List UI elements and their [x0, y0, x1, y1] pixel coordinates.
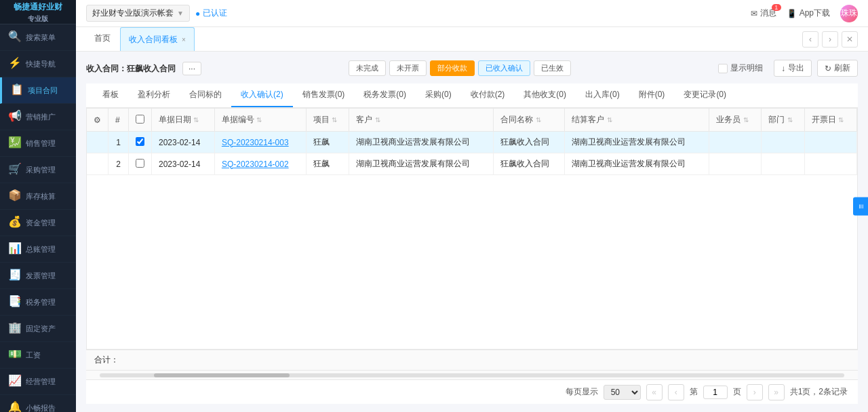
sidebar-item-marketing[interactable]: 📢 营销推广 — [0, 104, 76, 130]
inner-tab-attachments[interactable]: 附件(0) — [629, 83, 675, 107]
cell-settlement-0: 湖南卫视商业运营发展有限公司 — [565, 132, 709, 153]
inner-tab-subject[interactable]: 合同标的 — [180, 83, 231, 107]
th-project[interactable]: 项目 ⇅ — [306, 109, 349, 132]
app-version: 专业版 — [28, 14, 48, 24]
inner-tab-other[interactable]: 其他收支(0) — [514, 83, 576, 107]
sidebar-item-ledger[interactable]: 📊 总账管理 — [0, 236, 76, 263]
th-contract[interactable]: 合同名称 ⇅ — [494, 109, 565, 132]
th-date[interactable]: 单据日期 ⇅ — [152, 109, 215, 132]
refresh-button[interactable]: ↻ 刷新 — [817, 60, 858, 77]
sidebar-item-report[interactable]: 🔔 小畅报告 — [0, 395, 76, 412]
th-open-date[interactable]: 开票日 ⇅ — [804, 109, 856, 132]
status-confirmed-button[interactable]: 已收入确认 — [478, 60, 530, 76]
department-sort-icon: ⇅ — [787, 116, 793, 124]
scrollbar-thumb[interactable] — [154, 373, 290, 377]
sidebar-item-assets[interactable]: 🏢 固定资产 — [0, 316, 76, 342]
cell-settings-1 — [87, 153, 108, 175]
cell-project-0: 狂飙 — [306, 132, 349, 153]
status-effective-button[interactable]: 已生效 — [534, 60, 571, 76]
document-number-link-0[interactable]: SQ-20230214-003 — [222, 138, 289, 147]
status-uninvoiced-button[interactable]: 未开票 — [389, 60, 427, 76]
status-incomplete-button[interactable]: 未完成 — [349, 60, 386, 76]
sidebar-mgmt-label: 经营管理 — [26, 377, 56, 387]
page-number-input[interactable] — [703, 386, 728, 399]
tab-home[interactable]: 首页 — [86, 27, 119, 51]
sidebar-item-invoice[interactable]: 🧾 发票管理 — [0, 263, 76, 289]
company-selector[interactable]: 好业财专业版演示帐套 ▼ — [86, 5, 190, 22]
cell-open-date-1 — [804, 153, 856, 175]
inner-tab-changes[interactable]: 变更记录(0) — [674, 83, 736, 107]
inner-tab-tax-invoice[interactable]: 税务发票(0) — [354, 83, 416, 107]
sidebar-item-purchase[interactable]: 🛒 采购管理 — [0, 157, 76, 183]
sidebar-item-finance[interactable]: 💰 资金管理 — [0, 210, 76, 236]
cell-contract-1: 狂飙收入合同 — [494, 153, 565, 175]
th-settlement[interactable]: 结算客户 ⇅ — [565, 109, 709, 132]
sidebar-tax-label: 税务管理 — [26, 297, 56, 307]
inner-tab-profit[interactable]: 盈利分析 — [128, 83, 180, 107]
th-number-label: 单据编号 — [222, 115, 254, 124]
th-customer[interactable]: 客户 ⇅ — [349, 109, 494, 132]
th-number[interactable]: 单据编号 ⇅ — [214, 109, 306, 132]
total-label: 合计： — [94, 354, 119, 366]
sidebar-item-search[interactable]: 🔍 搜索菜单 — [0, 24, 76, 51]
sidebar-item-project-contract[interactable]: 📋 项目合同 — [0, 77, 76, 104]
tab-close-icon[interactable]: × — [182, 36, 186, 43]
inner-tab-payment[interactable]: 收付款(2) — [461, 83, 515, 107]
tab-income-contract[interactable]: 收入合同看板 × — [120, 27, 195, 51]
purchase-icon: 🛒 — [8, 162, 22, 175]
assets-icon: 🏢 — [8, 321, 22, 334]
inner-tab-dashboard[interactable]: 看板 — [93, 83, 128, 107]
first-page-button[interactable]: « — [646, 384, 663, 400]
app-download-label: App下载 — [800, 7, 830, 19]
sidebar-item-salary[interactable]: 💵 工资 — [0, 342, 76, 369]
sidebar-item-quicknav[interactable]: ⚡ 快捷导航 — [0, 51, 76, 77]
number-sort-icon: ⇅ — [256, 116, 262, 124]
inner-tab-sales-invoice[interactable]: 销售发票(0) — [293, 83, 355, 107]
th-department[interactable]: 部门 ⇅ — [762, 109, 805, 132]
sidebar-item-inventory[interactable]: 📦 库存核算 — [0, 183, 76, 210]
cell-check-1[interactable] — [129, 153, 152, 175]
sidebar-item-tax[interactable]: 📑 税务管理 — [0, 289, 76, 316]
select-all-checkbox[interactable] — [136, 115, 144, 124]
tab-close-all-button[interactable]: ✕ — [842, 31, 858, 48]
certified-dot: ● — [195, 9, 200, 18]
sidebar-item-mgmt[interactable]: 📈 经营管理 — [0, 369, 76, 395]
next-page-button[interactable]: › — [747, 384, 763, 400]
user-avatar[interactable]: 珠珠 — [840, 5, 858, 22]
document-number-link-1[interactable]: SQ-20230214-002 — [222, 160, 289, 169]
right-panel-button[interactable]: ≡ — [853, 197, 868, 215]
cell-number-1[interactable]: SQ-20230214-002 — [214, 153, 306, 175]
app-download-button[interactable]: 📱 App下载 — [787, 7, 830, 19]
tab-prev-button[interactable]: ‹ — [802, 31, 818, 48]
quicknav-icon: ⚡ — [8, 56, 22, 69]
company-caret-icon: ▼ — [177, 10, 184, 17]
scrollbar-area[interactable] — [86, 370, 858, 379]
page-header: 收入合同：狂飙收入合同 ··· 未完成 未开票 部分收款 已收入确认 已生效 显… — [86, 60, 858, 77]
row-checkbox-0[interactable] — [136, 137, 144, 146]
notification-button[interactable]: ✉ 1 消息 — [751, 7, 776, 19]
cell-number-0[interactable]: SQ-20230214-003 — [214, 132, 306, 153]
finance-icon: 💰 — [8, 215, 22, 228]
main-content: 好业财专业版演示帐套 ▼ ● 已认证 ✉ 1 消息 📱 App下载 珠珠 — [76, 0, 868, 412]
topbar-right: ✉ 1 消息 📱 App下载 珠珠 — [751, 5, 858, 22]
cell-num-0: 1 — [108, 132, 129, 153]
inner-tabs: 看板 盈利分析 合同标的 收入确认(2) 销售发票(0) 税务发票(0) 采购(… — [86, 83, 858, 108]
inner-tab-warehouse[interactable]: 出入库(0) — [576, 83, 629, 107]
inner-tab-purchase[interactable]: 采购(0) — [416, 83, 461, 107]
th-salesperson[interactable]: 业务员 ⇅ — [709, 109, 762, 132]
last-page-button[interactable]: » — [768, 384, 785, 400]
cell-check-0[interactable] — [129, 132, 152, 153]
per-page-select[interactable]: 50 100 200 — [604, 385, 641, 400]
sidebar-item-sales[interactable]: 💹 销售管理 — [0, 130, 76, 157]
status-partial-button[interactable]: 部分收款 — [430, 60, 475, 76]
th-check[interactable] — [129, 109, 152, 132]
display-detail-checkbox[interactable]: 显示明细 — [718, 62, 763, 74]
inner-tab-revenue-confirm[interactable]: 收入确认(2) — [231, 83, 293, 107]
tab-next-button[interactable]: › — [822, 31, 838, 48]
more-options-button[interactable]: ··· — [182, 62, 201, 75]
row-checkbox-1[interactable] — [136, 159, 144, 168]
th-settings[interactable]: ⚙ — [87, 109, 108, 132]
page-suffix-label: 页 — [733, 386, 741, 398]
prev-page-button[interactable]: ‹ — [668, 384, 684, 400]
export-button[interactable]: ↓ 导出 — [774, 60, 812, 77]
